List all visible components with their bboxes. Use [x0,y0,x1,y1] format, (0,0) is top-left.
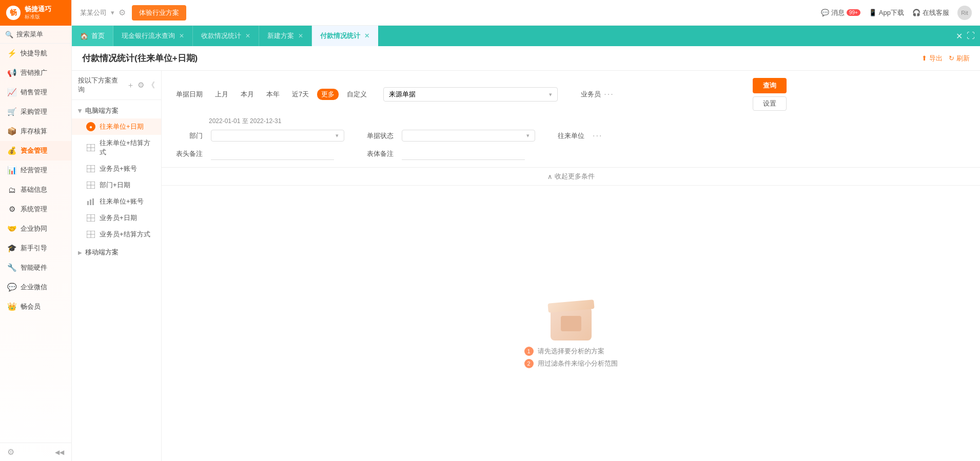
topbar-settings-icon[interactable]: ⚙ [119,8,126,17]
partner-dots-btn[interactable]: ··· [593,131,602,141]
company-dropdown-icon[interactable]: ▾ [111,9,114,16]
sidebar-item-enterprise[interactable]: 🤝 企业协同 [0,219,71,238]
sidebar-item-member[interactable]: 👑 畅会员 [0,297,71,316]
sidebar-item-smart[interactable]: 🔧 智能硬件 [0,258,71,277]
scheme-item-partner-date[interactable]: ● 往来单位+日期 [72,118,161,135]
inventory-icon: 📦 [7,127,16,136]
page-title: 付款情况统计(往来单位+日期) [82,52,198,64]
export-btn[interactable]: ⬆ 导出 [922,54,943,63]
tab-bar: 🏠 首页 现金银行流水查询 ✕ 收款情况统计 ✕ 新建方案 ✕ 付款情况统计 ✕… [72,26,980,46]
tab-close-bank-flow[interactable]: ✕ [179,32,184,39]
svg-rect-9 [87,201,89,205]
collapse-icon: ∧ [547,173,553,181]
date-option-last7[interactable]: 近7天 [288,89,313,100]
quick-nav-icon: ⚡ [7,49,16,58]
logo-icon: 畅 [6,6,21,20]
tab-home[interactable]: 🏠 首页 [72,26,113,46]
body-note-label: 表体备注 [363,149,394,158]
scheme-item-partner-payment[interactable]: 往来单位+结算方式 [72,135,161,161]
scheme-item-salesman-account[interactable]: 业务员+账号 [72,161,161,177]
scheme-item-icon-table2 [86,164,95,173]
tab-payment-stats[interactable]: 付款情况统计 ✕ [312,26,378,46]
smart-icon: 🔧 [7,263,16,272]
tab-close-all-btn[interactable]: ✕ [956,31,963,41]
refresh-btn[interactable]: ↻ 刷新 [949,54,970,63]
salesman-dots-btn[interactable]: ··· [604,90,614,99]
sidebar-item-purchase[interactable]: 🛒 采购管理 [0,102,71,122]
tab-close-new-plan[interactable]: ✕ [298,32,303,39]
header-note-input[interactable] [211,148,334,160]
tab-new-plan[interactable]: 新建方案 ✕ [259,26,312,46]
dept-select[interactable]: ▾ [211,130,344,142]
sidebar-item-sales[interactable]: 📈 销售管理 [0,83,71,102]
svg-rect-10 [90,199,91,205]
scheme-item-dept-date[interactable]: 部门+日期 [72,177,161,193]
user-avatar[interactable]: Rit [957,6,972,20]
sidebar-item-guide[interactable]: 🎓 新手引导 [0,238,71,258]
scheme-item-icon-bar [86,197,95,206]
sidebar-search[interactable]: 🔍 搜索菜单 [0,26,71,44]
company-name: 某某公司 [80,8,107,17]
topbar: 某某公司 ▾ ⚙ 体验行业方案 💬 消息 99+ 📱 App下载 🎧 在线客服 … [72,0,980,26]
system-icon: ⚙ [7,205,16,214]
sidebar-settings-icon[interactable]: ⚙ [7,447,14,457]
date-option-more[interactable]: 更多 [317,89,339,100]
main-area: 某某公司 ▾ ⚙ 体验行业方案 💬 消息 99+ 📱 App下载 🎧 在线客服 … [72,0,980,461]
doc-status-select[interactable]: ▾ [402,130,535,142]
online-service-btn[interactable]: 🎧 在线客服 [912,8,949,17]
sidebar-item-capital[interactable]: 💰 资金管理 [0,141,71,161]
app-download-btn[interactable]: 📱 App下载 [869,8,904,17]
filter-panel: 单据日期 上月 本月 本年 近7天 更多 自定义 来源单据 ▾ [162,71,980,461]
basic-icon: 🗂 [7,185,16,194]
mobile-scheme-group[interactable]: ▶ 移动端方案 [72,245,161,260]
date-option-last-month[interactable]: 上月 [211,89,232,100]
scheme-add-btn[interactable]: ＋ [127,81,134,90]
messages-btn[interactable]: 💬 消息 99+ [821,8,860,17]
scheme-panel: 按以下方案查询 ＋ ⚙ 《 ▶ 电脑端方案 ● 往来单位+日期 [72,71,162,461]
pc-scheme-group[interactable]: ▶ 电脑端方案 [72,103,161,118]
tab-close-payment-stats[interactable]: ✕ [364,32,369,39]
sidebar-item-quick-nav[interactable]: ⚡ 快捷导航 [0,44,71,63]
collapse-bar[interactable]: ∧ 收起更多条件 [162,168,980,186]
sidebar-item-marketing[interactable]: 📢 营销推广 [0,63,71,83]
member-icon: 👑 [7,302,16,311]
sidebar-item-basic[interactable]: 🗂 基础信息 [0,180,71,199]
tab-fullscreen-btn[interactable]: ⛶ [967,31,975,41]
scheme-item-salesman-payment[interactable]: 业务员+结算方式 [72,226,161,243]
scheme-settings-btn[interactable]: ⚙ [138,81,144,90]
purchase-icon: 🛒 [7,107,16,116]
doc-status-label: 单据状态 [363,131,394,141]
scheme-collapse-btn[interactable]: 《 [147,81,155,90]
dept-arrow: ▾ [336,132,339,139]
source-doc-select[interactable]: 来源单据 ▾ [383,87,558,102]
export-icon: ⬆ [922,54,927,62]
date-option-this-year[interactable]: 本年 [262,89,284,100]
filter-area: 单据日期 上月 本月 本年 近7天 更多 自定义 来源单据 ▾ [162,71,980,168]
step-1-num: 1 [524,347,534,356]
tab-bank-flow[interactable]: 现金银行流水查询 ✕ [113,26,193,46]
sidebar-item-wechat[interactable]: 💬 企业微信 [0,277,71,297]
scheme-item-salesman-date[interactable]: 业务员+日期 [72,210,161,226]
sidebar-item-operation[interactable]: 📊 经营管理 [0,161,71,180]
date-option-custom[interactable]: 自定义 [343,89,371,100]
scheme-item-partner-account[interactable]: 往来单位+账号 [72,193,161,210]
filter-row-1: 单据日期 上月 本月 本年 近7天 更多 自定义 来源单据 ▾ [172,78,970,111]
body-note-input[interactable] [402,148,525,160]
sidebar-item-system[interactable]: ⚙ 系统管理 [0,199,71,219]
refresh-icon: ↻ [949,54,954,62]
svg-rect-11 [92,198,94,205]
search-icon: 🔍 [5,31,13,38]
pc-group-arrow: ▶ [77,109,83,113]
sidebar-nav: ⚡ 快捷导航 📢 营销推广 📈 销售管理 🛒 采购管理 📦 库存核算 💰 资金管… [0,44,71,443]
date-label: 单据日期 [172,90,203,99]
trial-btn[interactable]: 体验行业方案 [132,5,186,21]
sidebar-item-inventory[interactable]: 📦 库存核算 [0,122,71,141]
empty-illustration [535,279,607,340]
tab-receipt-stats[interactable]: 收款情况统计 ✕ [193,26,259,46]
date-option-this-month[interactable]: 本月 [237,89,258,100]
filter-settings-btn[interactable]: 设置 [753,96,787,111]
tab-close-receipt-stats[interactable]: ✕ [245,32,250,39]
scheme-title: 按以下方案查询 [78,76,124,94]
sidebar-collapse-icon[interactable]: ◀◀ [55,449,64,456]
query-btn[interactable]: 查询 [753,78,787,93]
